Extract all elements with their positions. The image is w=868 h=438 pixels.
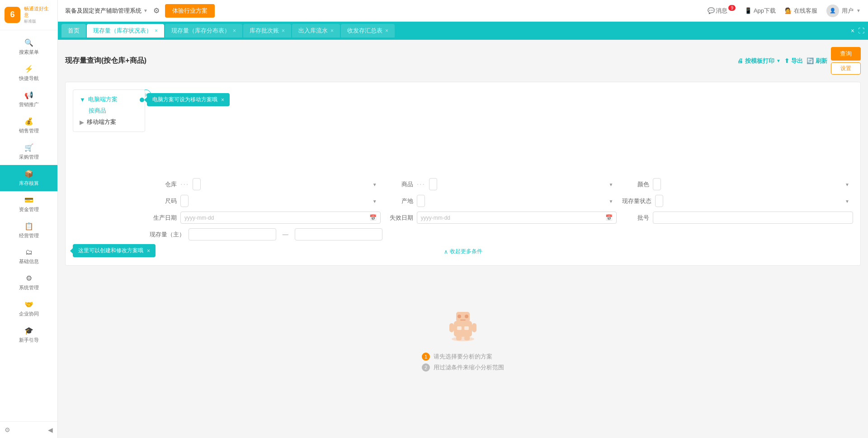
service-icon: 💁 <box>785 7 792 14</box>
export-button[interactable]: ⬆ 导出 <box>784 57 803 65</box>
stock-main-min[interactable] <box>189 228 276 240</box>
filter-warehouse: 仓库 ··· <box>150 178 381 190</box>
quick-nav-icon: ⚡ <box>24 65 33 73</box>
filter-row-3: 生产日期 yyyy-mm-dd 📅 失效日期 yyyy-mm-dd 📅 <box>150 212 853 224</box>
sidebar-item-purchase[interactable]: 🛒 采购管理 <box>0 139 57 165</box>
tooltip-pc-close[interactable]: × <box>221 97 224 103</box>
tab-close-icon[interactable]: × <box>330 28 334 34</box>
warehouse-select[interactable] <box>193 178 201 190</box>
print-label: 按模板打印 <box>745 57 774 65</box>
sidebar-item-sales[interactable]: 💰 销售管理 <box>0 113 57 139</box>
settings-icon[interactable]: ⚙ <box>153 6 160 15</box>
tab-close-icon[interactable]: × <box>282 28 285 34</box>
expire-date-input[interactable]: yyyy-mm-dd 📅 <box>417 212 617 224</box>
scheme-tree-area: ▼ 电脑端方案 按商品 ▶ 移动端方案 <box>73 89 145 132</box>
tab-receive-summary-label: 收发存汇总表 <box>347 27 382 35</box>
produce-date-input[interactable]: yyyy-mm-dd 📅 <box>180 212 381 224</box>
no-data-steps: 1 请先选择要分析的方案 2 用过滤条件来缩小分析范围 <box>422 353 504 372</box>
tab-inout-flow[interactable]: 出入库流水 × <box>292 24 340 38</box>
sidebar-item-quick-nav[interactable]: ⚡ 快捷导航 <box>0 60 57 86</box>
filter-panel: 按以下方案查询 + ✎ « 电脑方案可设为移动方案哦 × <box>65 82 861 266</box>
tab-inventory-status[interactable]: 现存量（库存状况表） × <box>87 24 164 38</box>
sidebar-item-label: 库存核算 <box>19 180 39 187</box>
scheme-pc-item[interactable]: ▼ 电脑端方案 <box>77 94 141 105</box>
user-area[interactable]: 👤 用户 ▼ <box>826 5 861 17</box>
basic-icon: 🗂 <box>25 248 33 256</box>
tab-inventory-dist[interactable]: 现存量（库存分布表） × <box>165 24 242 38</box>
tab-close-icon[interactable]: × <box>233 28 236 34</box>
header-left: 装备及固定资产辅助管理系统 ▼ ⚙ 体验行业方案 <box>65 4 215 18</box>
sidebar-item-label: 新手引导 <box>19 337 39 344</box>
chevron-down-icon: ▼ <box>143 8 148 13</box>
sidebar-item-marketing[interactable]: 📢 营销推广 <box>0 86 57 113</box>
batch-no-input[interactable] <box>653 212 853 224</box>
origin-label: 产地 <box>386 197 413 205</box>
sidebar-item-finance[interactable]: 💳 资金管理 <box>0 191 57 217</box>
tooltip-dot <box>140 98 144 102</box>
range-separator: — <box>280 231 291 238</box>
message-area[interactable]: 💬 消息 9 <box>708 7 736 15</box>
stock-status-select[interactable] <box>655 195 663 207</box>
scheme-mobile-item[interactable]: ▶ 移动端方案 <box>77 116 141 128</box>
tab-home[interactable]: 首页 <box>61 24 86 38</box>
tab-inventory-status-label: 现存量（库存状况表） <box>93 27 152 35</box>
page-actions: 🖨 按模板打印 ▼ ⬆ 导出 🔄 刷新 查询 设置 <box>737 47 861 75</box>
tooltip-modify-label: 这里可以创建和修改方案哦 <box>78 247 143 254</box>
calendar2-icon: 📅 <box>605 214 613 221</box>
origin-select[interactable] <box>417 195 425 207</box>
sidebar-item-guide[interactable]: 🎓 新手引导 <box>0 322 57 348</box>
size-select[interactable] <box>180 195 189 207</box>
sidebar-item-label: 采购管理 <box>19 154 39 160</box>
system-title-select[interactable]: 装备及固定资产辅助管理系统 ▼ <box>65 7 148 15</box>
no-data-illustration <box>440 307 486 344</box>
refresh-button[interactable]: 🔄 刷新 <box>807 57 827 65</box>
tab-close-all-icon[interactable]: × <box>851 27 854 34</box>
sidebar-item-search[interactable]: 🔍 搜索菜单 <box>0 34 57 60</box>
filter-row-4: 现存量（主） — <box>150 228 853 240</box>
step-num-1: 1 <box>422 353 430 361</box>
page-title-bar: 现存量查询(按仓库+商品) 🖨 按模板打印 ▼ ⬆ 导出 🔄 刷新 查询 设 <box>65 47 861 75</box>
sidebar-collapse-button[interactable]: ◀ <box>48 426 53 433</box>
tooltip-modify-text: 这里可以创建和修改方案哦 × <box>73 244 156 257</box>
sidebar-item-inventory[interactable]: 📦 库存核算 <box>0 165 57 191</box>
logo-title: 畅通道好生意 <box>24 5 53 19</box>
filter-size: 尺码 <box>150 195 381 207</box>
color-select[interactable] <box>653 178 661 190</box>
sidebar-item-label: 经营管理 <box>19 232 39 239</box>
query-button[interactable]: 查询 <box>831 47 861 61</box>
sidebar-item-label: 销售管理 <box>19 127 39 134</box>
tab-batch-account[interactable]: 库存批次账 × <box>243 24 291 38</box>
sidebar-settings-button[interactable]: ⚙ <box>5 426 10 433</box>
system-title: 装备及固定资产辅助管理系统 <box>65 7 142 15</box>
origin-select-wrap <box>417 195 617 207</box>
app-download-label: App下载 <box>754 7 776 15</box>
print-button[interactable]: 🖨 按模板打印 ▼ <box>737 57 781 65</box>
scheme-tree: ▼ 电脑端方案 按商品 ▶ 移动端方案 <box>73 89 145 132</box>
tab-receive-summary[interactable]: 收发存汇总表 × <box>341 24 395 38</box>
sidebar-item-basic[interactable]: 🗂 基础信息 <box>0 244 57 269</box>
trial-button[interactable]: 体验行业方案 <box>165 4 215 18</box>
svg-point-0 <box>452 337 474 341</box>
no-data-step-2: 2 用过滤条件来缩小分析范围 <box>422 363 504 372</box>
stock-main-max[interactable] <box>295 228 382 240</box>
sidebar-item-enterprise[interactable]: 🤝 企业协同 <box>0 296 57 322</box>
sidebar: 6 畅通道好生意 标准版 🔍 搜索菜单 ⚡ 快捷导航 📢 营销推广 💰 销售管理… <box>0 0 58 438</box>
sidebar-item-operation[interactable]: 📋 经营管理 <box>0 217 57 244</box>
sidebar-item-system[interactable]: ⚙ 系统管理 <box>0 269 57 296</box>
logo-icon: 6 <box>5 7 20 23</box>
settings-button[interactable]: 设置 <box>831 62 861 75</box>
tab-expand-icon[interactable]: ⛶ <box>858 27 864 34</box>
svg-rect-7 <box>449 323 454 332</box>
refresh-icon: 🔄 <box>807 57 814 64</box>
goods-select[interactable] <box>429 178 437 190</box>
message-icon: 💬 <box>708 7 715 14</box>
scheme-pc-goods[interactable]: 按商品 <box>86 105 141 116</box>
sidebar-logo: 6 畅通道好生意 标准版 <box>0 0 57 30</box>
sidebar-item-label: 资金管理 <box>19 206 39 213</box>
online-service[interactable]: 💁 在线客服 <box>785 7 817 15</box>
tab-close-icon[interactable]: × <box>155 28 158 34</box>
tooltip-modify-close[interactable]: × <box>147 248 150 254</box>
logo-badge: 标准版 <box>24 19 53 24</box>
app-download[interactable]: 📱 App下载 <box>745 7 776 15</box>
tab-close-icon[interactable]: × <box>385 28 388 34</box>
